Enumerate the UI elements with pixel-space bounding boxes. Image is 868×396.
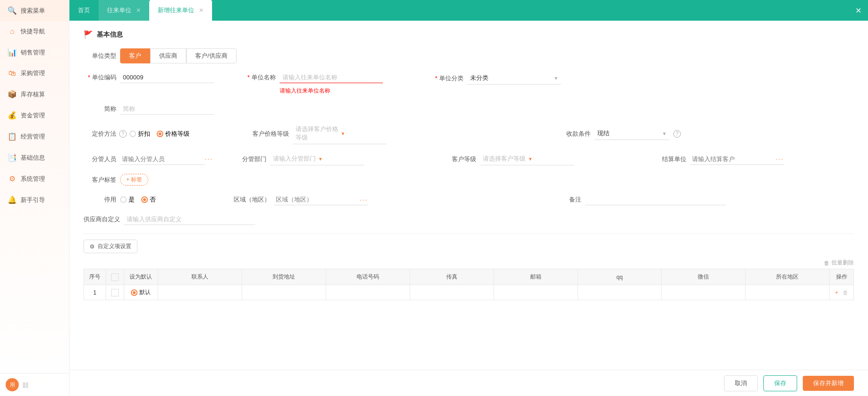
- cell-address[interactable]: [242, 285, 326, 300]
- region-more-btn[interactable]: ···: [359, 196, 368, 203]
- email-input[interactable]: [502, 289, 569, 296]
- sidebar-label-inventory: 库存核算: [21, 90, 45, 99]
- custom-settings-button[interactable]: ⚙ 自定义项设置: [84, 240, 137, 253]
- sidebar-item-search[interactable]: 🔍 搜索菜单: [0, 0, 69, 21]
- sidebar-item-sales[interactable]: 📊 销售管理: [0, 42, 69, 63]
- qq-input[interactable]: [586, 289, 653, 296]
- radio-price-level-label: 价格等级: [165, 130, 190, 138]
- sidebar-label-finance: 资金管理: [21, 111, 45, 120]
- manager-more-btn[interactable]: ···: [205, 155, 213, 163]
- radio-discount-label: 折扣: [138, 130, 150, 138]
- radio-yes[interactable]: 是: [120, 195, 135, 204]
- sidebar-item-quick-nav[interactable]: ⌂ 快捷导航: [0, 21, 69, 42]
- add-row-btn[interactable]: +: [835, 289, 838, 296]
- section-title-text: 基本信息: [97, 31, 123, 39]
- category-field: 单位分类 未分类 ▼: [431, 72, 854, 85]
- sidebar-item-base-info[interactable]: 📑 基础信息: [0, 147, 69, 168]
- sidebar-label-purchase: 采购管理: [21, 69, 45, 78]
- area-input[interactable]: [754, 289, 821, 296]
- del-row-btn[interactable]: 🗑: [843, 289, 848, 296]
- tab-new-unit[interactable]: 新增往来单位 ✕: [149, 0, 212, 21]
- contact-input[interactable]: [167, 289, 233, 296]
- tab-home-label: 首页: [78, 6, 90, 15]
- sc-label: 供应商自定义: [84, 215, 120, 224]
- cpl-label: 客户价格等级: [252, 130, 289, 138]
- fax-input[interactable]: [419, 289, 485, 296]
- category-select[interactable]: 未分类 ▼: [467, 72, 561, 85]
- tab-new-close-icon[interactable]: ✕: [199, 7, 204, 14]
- tab-home[interactable]: 首页: [69, 0, 99, 21]
- sidebar-item-inventory[interactable]: 📦 库存核算: [0, 84, 69, 105]
- address-input[interactable]: [251, 289, 317, 296]
- cell-area[interactable]: [746, 285, 830, 300]
- sidebar-item-purchase[interactable]: 🛍 采购管理: [0, 63, 69, 84]
- wechat-input[interactable]: [670, 289, 737, 296]
- inventory-icon: 📦: [8, 90, 17, 99]
- radio-no[interactable]: 否: [141, 195, 156, 204]
- cell-email[interactable]: [494, 285, 578, 300]
- region-input[interactable]: [274, 194, 358, 205]
- manager-input-wrap: ···: [120, 154, 205, 165]
- sidebar-label-quick-nav: 快捷导航: [21, 27, 45, 36]
- form-divider: [84, 233, 854, 234]
- cancel-button[interactable]: 取消: [724, 375, 758, 391]
- remark-field: 备注: [548, 194, 854, 205]
- code-label: 单位编码: [84, 73, 116, 82]
- save-new-button[interactable]: 保存并新增: [803, 376, 854, 391]
- radio-discount[interactable]: 折扣: [129, 130, 150, 138]
- sidebar-item-guide[interactable]: 🔔 新手引导: [0, 189, 69, 210]
- short-name-input[interactable]: [120, 103, 214, 115]
- header-checkbox[interactable]: [111, 273, 119, 281]
- sidebar-item-system[interactable]: ⚙ 系统管理: [0, 168, 69, 189]
- radio-price-level[interactable]: 价格等级: [157, 130, 190, 138]
- cell-fax[interactable]: [410, 285, 494, 300]
- cell-phone[interactable]: [326, 285, 410, 300]
- close-all-button[interactable]: ✕: [849, 6, 868, 15]
- save-button[interactable]: 保存: [763, 375, 797, 391]
- settlement-input[interactable]: [690, 154, 774, 164]
- col-phone: 电话号码: [326, 269, 410, 285]
- cpl-select[interactable]: 请选择客户价格等级 ▼: [293, 123, 387, 144]
- remark-input[interactable]: [585, 194, 726, 205]
- flag-icon: 🚩: [84, 30, 93, 39]
- remark-label: 备注: [548, 195, 581, 204]
- unit-btn-both[interactable]: 客户/供应商: [186, 48, 236, 63]
- sidebar-item-finance[interactable]: 💰 资金管理: [0, 105, 69, 126]
- pricing-help-icon[interactable]: ?: [119, 130, 127, 138]
- default-radio[interactable]: 默认: [129, 288, 153, 296]
- operations-icon: 📋: [8, 132, 17, 141]
- tab-close-icon[interactable]: ✕: [136, 7, 141, 14]
- sidebar-item-operations[interactable]: 📋 经营管理: [0, 126, 69, 147]
- pt-help-icon[interactable]: ?: [673, 130, 681, 138]
- pt-select[interactable]: 现结 ▼: [594, 127, 670, 140]
- pricing-method-field: 定价方法 ? 折扣 价格等级: [84, 130, 243, 138]
- unit-btn-customer[interactable]: 客户: [120, 48, 150, 63]
- cl-chevron-icon: ▼: [528, 156, 571, 162]
- pricing-row: 定价方法 ? 折扣 价格等级 客户价格等级 请选择客户价格等级: [84, 123, 854, 144]
- dept-select[interactable]: 请输入分管部门 ▼: [270, 153, 364, 165]
- radio-price-level-circle: [157, 131, 163, 137]
- sidebar-bottom: 用 ||||: [0, 373, 69, 396]
- supplier-custom-field: 供应商自定义: [84, 214, 854, 225]
- col-address: 到货地址: [242, 269, 326, 285]
- supplier-custom-input[interactable]: [124, 214, 255, 225]
- cl-select[interactable]: 请选择客户等级 ▼: [480, 153, 574, 165]
- cell-wechat[interactable]: [662, 285, 746, 300]
- phone-input[interactable]: [335, 289, 401, 296]
- gear-icon: ⚙: [90, 243, 95, 250]
- settlement-more-btn[interactable]: ···: [776, 155, 784, 163]
- cell-default: 默认: [124, 285, 158, 300]
- manager-input[interactable]: [120, 154, 203, 164]
- home-icon: ⌂: [8, 27, 17, 36]
- sidebar-label-operations: 经营管理: [21, 132, 45, 141]
- unit-btn-supplier[interactable]: 供应商: [150, 48, 186, 63]
- batch-delete-label[interactable]: 批量删除: [831, 259, 854, 267]
- cell-contact[interactable]: [158, 285, 242, 300]
- disabled-row: 停用 是 否 区域（地区） ···: [84, 194, 854, 205]
- tab-transaction-units[interactable]: 往来单位 ✕: [99, 0, 149, 21]
- name-input[interactable]: [280, 72, 383, 83]
- code-input[interactable]: [120, 72, 214, 83]
- add-tag-button[interactable]: + 标签: [120, 174, 148, 186]
- row-checkbox[interactable]: [111, 289, 119, 296]
- cell-qq[interactable]: [578, 285, 662, 300]
